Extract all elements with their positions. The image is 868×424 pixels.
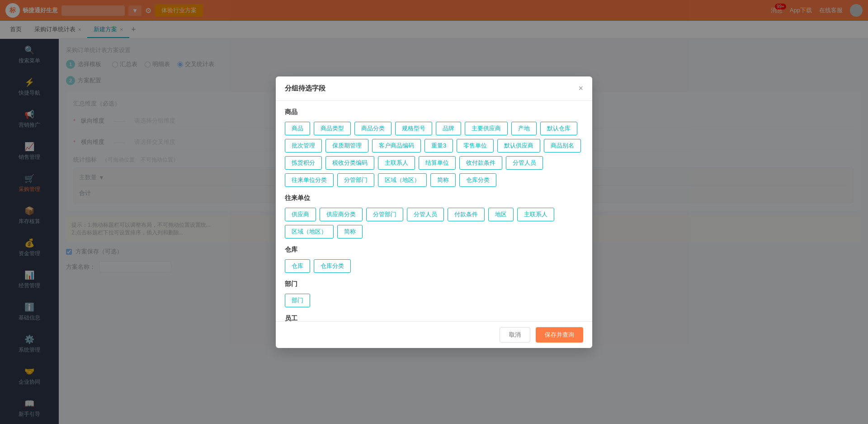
field-tag-product-13[interactable]: 默认供应商 (497, 139, 540, 152)
field-tag-product-9[interactable]: 保质期管理 (326, 139, 368, 152)
field-tag-partner-0[interactable]: 供应商 (285, 208, 316, 221)
section-title-department: 部门 (285, 280, 583, 288)
field-tag-product-20[interactable]: 分管人员 (506, 156, 543, 170)
field-tag-product-2[interactable]: 商品分类 (354, 122, 392, 135)
section-title-product: 商品 (285, 108, 583, 116)
field-tag-partner-8[interactable]: 简称 (337, 225, 363, 238)
field-tag-product-4[interactable]: 品牌 (436, 122, 461, 135)
field-grid-partner: 供应商 供应商分类 分管部门 分管人员 付款条件 地区 主联系人 区域（地区） … (285, 208, 583, 238)
field-tag-product-17[interactable]: 主联系人 (378, 156, 415, 170)
field-tag-product-19[interactable]: 收付款条件 (459, 156, 502, 170)
field-tag-dept-0[interactable]: 部门 (285, 294, 310, 307)
field-tag-partner-1[interactable]: 供应商分类 (320, 208, 363, 221)
field-tag-product-18[interactable]: 结算单位 (419, 156, 456, 170)
field-grid-product: 商品 商品类型 商品分类 规格型号 品牌 主要供应商 产地 默认仓库 批次管理 … (285, 122, 583, 187)
field-tag-partner-3[interactable]: 分管人员 (407, 208, 444, 221)
field-tag-product-10[interactable]: 客户商品编码 (372, 139, 421, 152)
section-title-partner: 往来单位 (285, 194, 583, 202)
field-grid-department: 部门 (285, 294, 583, 307)
field-tag-product-11[interactable]: 重量3 (425, 139, 453, 152)
field-tag-partner-6[interactable]: 主联系人 (517, 208, 554, 221)
field-tag-product-3[interactable]: 规格型号 (395, 122, 432, 135)
modal-footer: 取消 保存并查询 (276, 321, 592, 348)
field-tag-product-22[interactable]: 分管部门 (337, 173, 374, 187)
modal-header: 分组待选字段 × (276, 76, 592, 101)
section-title-warehouse: 仓库 (285, 246, 583, 254)
field-tag-product-24[interactable]: 简称 (430, 173, 456, 187)
field-grid-warehouse: 仓库 仓库分类 (285, 259, 583, 273)
field-tag-product-0[interactable]: 商品 (285, 122, 310, 135)
field-tag-product-1[interactable]: 商品类型 (314, 122, 351, 135)
field-tag-warehouse-1[interactable]: 仓库分类 (314, 259, 351, 273)
field-tag-warehouse-0[interactable]: 仓库 (285, 259, 310, 273)
field-tag-product-12[interactable]: 零售单位 (457, 139, 494, 152)
field-tag-partner-7[interactable]: 区域（地区） (285, 225, 334, 238)
field-tag-product-7[interactable]: 默认仓库 (540, 122, 577, 135)
field-tag-product-15[interactable]: 拣货积分 (285, 156, 322, 170)
field-tag-product-21[interactable]: 往来单位分类 (285, 173, 334, 187)
modal-cancel-btn[interactable]: 取消 (500, 327, 530, 343)
field-selection-modal: 分组待选字段 × 商品 商品 商品类型 商品分类 规格型号 品牌 主要供应商 产… (276, 76, 592, 348)
field-tag-partner-2[interactable]: 分管部门 (366, 208, 403, 221)
field-tag-product-6[interactable]: 产地 (511, 122, 537, 135)
field-tag-product-5[interactable]: 主要供应商 (465, 122, 508, 135)
field-tag-product-16[interactable]: 税收分类编码 (326, 156, 374, 170)
field-tag-product-14[interactable]: 商品别名 (544, 139, 581, 152)
section-title-employee: 员工 (285, 314, 583, 321)
modal-body: 商品 商品 商品类型 商品分类 规格型号 品牌 主要供应商 产地 默认仓库 批次… (276, 101, 592, 321)
modal-close-btn[interactable]: × (578, 84, 583, 93)
field-tag-partner-4[interactable]: 付款条件 (448, 208, 485, 221)
field-tag-product-25[interactable]: 仓库分类 (459, 173, 496, 187)
modal-save-btn[interactable]: 保存并查询 (536, 327, 583, 343)
modal-overlay: 分组待选字段 × 商品 商品 商品类型 商品分类 规格型号 品牌 主要供应商 产… (0, 0, 868, 424)
field-tag-product-23[interactable]: 区域（地区） (378, 173, 427, 187)
modal-title: 分组待选字段 (285, 84, 326, 93)
field-tag-product-8[interactable]: 批次管理 (285, 139, 322, 152)
field-tag-partner-5[interactable]: 地区 (488, 208, 514, 221)
